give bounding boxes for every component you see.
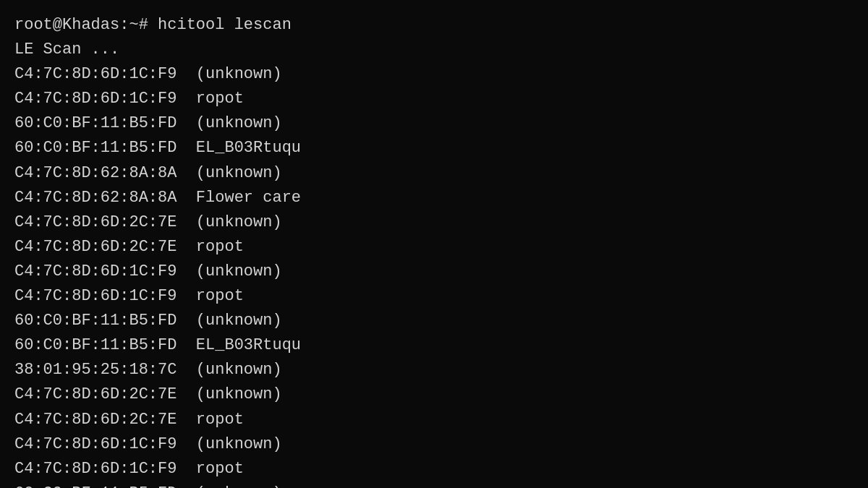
terminal-line: 60:C0:BF:11:B5:FD EL_B03Rtuqu xyxy=(14,333,854,358)
terminal-line: 38:01:95:25:18:7C (unknown) xyxy=(14,358,854,382)
terminal-line: C4:7C:8D:6D:1C:F9 (unknown) xyxy=(14,432,854,457)
terminal-line: 60:C0:BF:11:B5:FD (unknown) xyxy=(14,111,854,136)
terminal-line: C4:7C:8D:6D:2C:7E (unknown) xyxy=(14,382,854,407)
terminal-line: C4:7C:8D:62:8A:8A (unknown) xyxy=(14,161,854,186)
terminal-window: root@Khadas:~# hcitool lescanLE Scan ...… xyxy=(0,0,868,488)
terminal-line: C4:7C:8D:6D:1C:F9 ropot xyxy=(14,457,854,481)
terminal-line: LE Scan ... xyxy=(14,38,854,62)
terminal-line: 60:C0:BF:11:B5:FD EL_B03Rtuqu xyxy=(14,136,854,160)
terminal-line: C4:7C:8D:6D:1C:F9 (unknown) xyxy=(14,62,854,87)
terminal-line: 60:C0:BF:11:B5:FD (unknown) xyxy=(14,481,854,488)
terminal-line: C4:7C:8D:6D:1C:F9 (unknown) xyxy=(14,260,854,284)
terminal-line: C4:7C:8D:6D:1C:F9 ropot xyxy=(14,284,854,309)
terminal-line: C4:7C:8D:6D:2C:7E ropot xyxy=(14,408,854,432)
terminal-line: C4:7C:8D:6D:2C:7E ropot xyxy=(14,235,854,260)
terminal-line: 60:C0:BF:11:B5:FD (unknown) xyxy=(14,309,854,333)
terminal-line: C4:7C:8D:6D:1C:F9 ropot xyxy=(14,87,854,111)
terminal-line: C4:7C:8D:62:8A:8A Flower care xyxy=(14,186,854,210)
terminal-line: C4:7C:8D:6D:2C:7E (unknown) xyxy=(14,210,854,235)
terminal-line: root@Khadas:~# hcitool lescan xyxy=(14,13,854,38)
